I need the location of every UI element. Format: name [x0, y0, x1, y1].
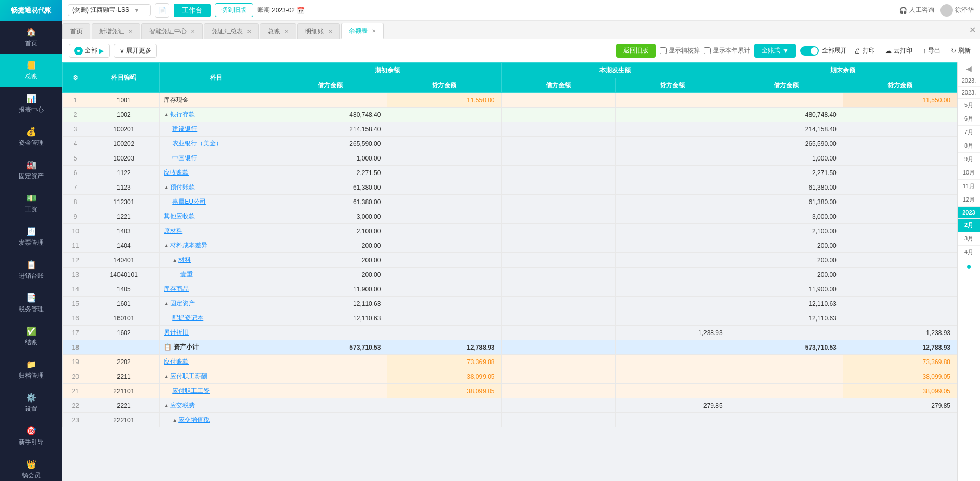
tab-detail-ledger-close[interactable]: ✕ [328, 29, 332, 34]
sidebar-item-member[interactable]: 👑 畅会员 [0, 453, 62, 481]
sidebar-label-settings: 设置 [25, 405, 37, 413]
sidebar-item-home[interactable]: 🏠 首页 [0, 21, 62, 54]
name-cell[interactable]: ▲预付账款 [160, 180, 273, 195]
th-current-period: 本期发生额 [501, 63, 729, 78]
show-ytd-checkbox[interactable]: 显示本年累计 [704, 46, 750, 55]
toggle-switch[interactable] [800, 46, 819, 56]
tab-voucher-summary-close[interactable]: ✕ [247, 29, 251, 34]
document-icon[interactable]: 📄 [155, 3, 169, 18]
month-9[interactable]: 9月 [958, 153, 980, 166]
sidebar-label-guide: 新手引导 [19, 438, 44, 447]
export-button[interactable]: ↑ 导出 [920, 44, 944, 57]
code-cell: 221101 [88, 384, 160, 398]
user-item[interactable]: 徐泽华 [940, 4, 974, 17]
sidebar-item-settlement[interactable]: ✅ 结账 [0, 320, 62, 353]
right-panel-collapse[interactable]: ◀ [964, 62, 974, 75]
name-cell[interactable]: 壹重 [160, 268, 273, 282]
cp-debit-cell [501, 224, 615, 238]
month-6[interactable]: 6月 [958, 112, 980, 126]
name-cell[interactable]: ▲应交增值税 [160, 413, 273, 427]
print-button[interactable]: 🖨 打印 [851, 44, 878, 57]
sidebar-item-fund[interactable]: 💰 资金管理 [0, 121, 62, 154]
name-cell[interactable]: 中国银行 [160, 151, 273, 166]
settings-gear-icon[interactable]: ⚙ [73, 74, 79, 82]
name-cell[interactable]: ▲银行存款 [160, 108, 273, 122]
filter-button[interactable]: ● 全部 ▶ [69, 44, 110, 58]
tab-general-ledger-close[interactable]: ✕ [284, 29, 289, 34]
expand-all-toggle[interactable]: 全部展开 [800, 46, 847, 56]
year-2023-label2[interactable]: 2023. [958, 87, 980, 99]
sidebar-item-fixed[interactable]: 🏭 固定资产 [0, 154, 62, 187]
close-all-tabs[interactable]: ✕ [965, 23, 980, 37]
ps-debit-cell: 265,590.00 [273, 137, 387, 151]
ps-credit-cell [387, 209, 501, 224]
sidebar-item-report[interactable]: 📊 报表中心 [0, 87, 62, 121]
name-cell[interactable]: 应付账款 [160, 355, 273, 369]
name-cell[interactable]: 应付职工工资 [160, 384, 273, 398]
tab-new-voucher-close[interactable]: ✕ [128, 29, 133, 34]
cloud-print-button[interactable]: ☁ 云打印 [882, 44, 916, 57]
tab-new-voucher[interactable]: 新增凭证 ✕ [92, 23, 140, 39]
full-mode-button[interactable]: 全账式 ▼ [754, 44, 796, 58]
show-ytd-input[interactable] [704, 47, 711, 54]
sidebar-item-purchase[interactable]: 📋 进销台账 [0, 253, 62, 287]
ps-debit-cell [273, 413, 387, 427]
tab-general-ledger[interactable]: 总账 ✕ [260, 23, 296, 39]
sidebar-label-settlement: 结账 [25, 338, 37, 347]
consult-item[interactable]: 🎧 人工咨询 [899, 6, 934, 15]
month-4[interactable]: 4月 [958, 246, 980, 259]
month-11[interactable]: 11月 [958, 180, 980, 193]
tab-home[interactable]: 首页 [62, 23, 90, 39]
month-8[interactable]: 8月 [958, 139, 980, 153]
month-12[interactable]: 12月 [958, 193, 980, 207]
month-7[interactable]: 7月 [958, 126, 980, 139]
expand-button[interactable]: ∨ 展开更多 [114, 44, 157, 58]
name-cell[interactable]: 应收账款 [160, 166, 273, 180]
tab-smart-voucher-close[interactable]: ✕ [191, 29, 195, 34]
show-aux-checkbox[interactable]: 显示辅核算 [660, 46, 700, 55]
name-cell[interactable]: 建设银行 [160, 122, 273, 137]
name-cell[interactable]: ▲材料 [160, 253, 273, 268]
tab-balance-close[interactable]: ✕ [372, 28, 376, 34]
refresh-button[interactable]: ↻ 刷新 [948, 44, 974, 57]
return-old-version-button[interactable]: 返回旧版 [616, 44, 656, 58]
month-5[interactable]: 5月 [958, 99, 980, 112]
month-3[interactable]: 3月 [958, 232, 980, 246]
name-cell[interactable]: 其他应收款 [160, 209, 273, 224]
sidebar-item-invoice[interactable]: 🧾 发票管理 [0, 220, 62, 253]
code-cell: 100202 [88, 137, 160, 151]
year-2023-active[interactable]: 2023 [958, 207, 980, 219]
row-num-cell: 21 [63, 384, 88, 398]
name-cell[interactable]: ▲材料成本差异 [160, 238, 273, 253]
month-10[interactable]: 10月 [958, 166, 980, 180]
tab-voucher-summary[interactable]: 凭证汇总表 ✕ [204, 23, 259, 39]
pe-credit-cell [843, 166, 957, 180]
name-cell[interactable]: 累计折旧 [160, 326, 273, 340]
name-cell[interactable]: 配提资记本 [160, 311, 273, 326]
name-cell[interactable]: 农业银行（美金） [160, 137, 273, 151]
tab-detail-ledger[interactable]: 明细账 ✕ [297, 23, 340, 39]
sidebar-item-settings[interactable]: ⚙️ 设置 [0, 386, 62, 420]
company-selector[interactable]: (勿删) 江西融宝-LSS ▼ [68, 4, 151, 16]
name-cell[interactable]: 库存商品 [160, 282, 273, 297]
workbench-button[interactable]: 工作台 [174, 4, 211, 17]
sidebar-item-archive[interactable]: 📁 归档管理 [0, 353, 62, 386]
tab-smart-voucher[interactable]: 智能凭证中心 ✕ [141, 23, 203, 39]
tab-balance[interactable]: 余额表 ✕ [341, 23, 384, 39]
year-2023-label[interactable]: 2023. [958, 75, 980, 87]
sidebar-item-tax[interactable]: 📑 税务管理 [0, 287, 62, 320]
calendar-icon[interactable]: 📅 [297, 7, 305, 14]
name-cell[interactable]: ▲应交税费 [160, 398, 273, 413]
name-cell[interactable]: 嘉属EU公司 [160, 195, 273, 209]
sidebar-item-guide[interactable]: 🎯 新手引导 [0, 420, 62, 453]
sidebar-item-ledger[interactable]: 📒 总账 [0, 54, 62, 87]
switch-version-button[interactable]: 切到旧版 [215, 3, 253, 17]
name-cell[interactable]: ▲固定资产 [160, 297, 273, 311]
name-cell[interactable]: ▲应付职工薪酬 [160, 369, 273, 384]
sidebar-item-salary[interactable]: 💵 工资 [0, 187, 62, 220]
show-aux-input[interactable] [660, 47, 667, 54]
th-pe-credit: 贷方金额 [843, 78, 957, 93]
code-cell: 2211 [88, 369, 160, 384]
name-cell[interactable]: 原材料 [160, 224, 273, 238]
month-2-active[interactable]: 2月 [958, 219, 980, 232]
